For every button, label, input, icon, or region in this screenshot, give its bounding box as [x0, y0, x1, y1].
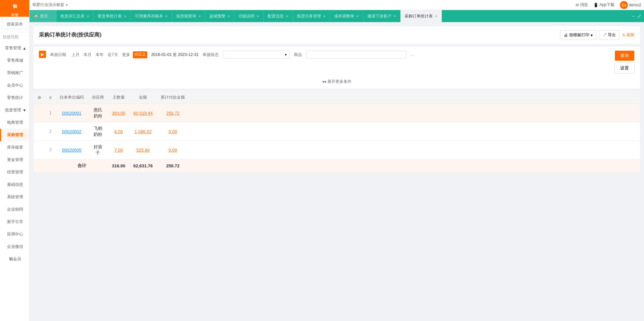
more-filter-icon[interactable]: ... — [411, 52, 414, 57]
row1-unit-code[interactable]: 00020001 — [56, 104, 88, 122]
tab-bar: 🏠 首页 收发存汇总表 ✕ 要货单统计表 ✕ 可用量库存账本 ✕ 保质期查询 ✕… — [30, 10, 644, 22]
column-settings-icon[interactable]: ⚙ — [38, 95, 41, 100]
tab-available-stock-close[interactable]: ✕ — [165, 14, 168, 18]
tab-expiry-query-close[interactable]: ✕ — [198, 14, 201, 18]
tab-config-info[interactable]: 配置信息 ✕ — [264, 10, 293, 22]
footer-paid-amount: 259.72 — [157, 159, 189, 172]
page-header: 采购订单统计表(按供应商) 🖨 按模板打印 ▾ ↗ 导出 ↻ 刷新 — [34, 26, 640, 44]
table-header-row: ⚙ # 往来单位编码 供应商 主数量 金额 累计付款金额 — [34, 91, 640, 104]
expand-more-conditions[interactable]: ▾▾ 展开更多条件 — [322, 79, 352, 85]
shortcut-this-year[interactable]: 本年 — [94, 51, 105, 58]
tab-receive-summary[interactable]: 收发存汇总表 ✕ — [56, 10, 94, 22]
sidebar-item-marketing[interactable]: 营销推广 — [0, 67, 29, 79]
col-supplier-header: 供应商 — [88, 91, 108, 104]
account-title: 母婴行业演示账套 — [32, 2, 64, 8]
tab-order-summary[interactable]: 要货单统计表 ✕ — [94, 10, 131, 22]
message-button[interactable]: ✉ 消息 — [576, 2, 588, 8]
sidebar-item-basic-info[interactable]: 基础信息 — [0, 178, 29, 191]
sidebar-item-app-center[interactable]: 应用中心 — [0, 228, 29, 240]
filter-toggle-button[interactable]: ▶ — [39, 51, 46, 58]
tab-function-desc[interactable]: 功能说明 ✕ — [234, 10, 264, 22]
tab-expiry-query-label: 保质期查询 — [176, 13, 196, 19]
status-dropdown-arrow: ▾ — [285, 52, 287, 57]
table-row: 2 00020002 飞鹤奶粉 6.00 1,586.52 0.00 — [34, 122, 640, 141]
query-button[interactable]: 查询 — [615, 51, 634, 61]
shortcut-this-month[interactable]: 本月 — [82, 51, 93, 58]
tab-purchase-summary[interactable]: 采购订单统计表 ✕ — [400, 10, 442, 22]
row3-extra — [189, 141, 640, 159]
tab-home[interactable]: 🏠 首页 — [30, 10, 56, 22]
sidebar-item-vip[interactable]: 畅会员 — [0, 253, 29, 265]
sidebar-item-new-guide[interactable]: 新手引导 — [0, 216, 29, 228]
sidebar-item-purchase[interactable]: 采购管理 — [0, 129, 29, 141]
shortcut-more[interactable]: 更多 — [121, 51, 131, 58]
template-print-button[interactable]: 🖨 按模板打印 ▾ — [560, 30, 596, 40]
user-profile[interactable]: Ea demo2 — [620, 1, 641, 9]
tab-config-info-close[interactable]: ✕ — [286, 14, 288, 18]
tab-invite-downstream[interactable]: 邀请下游客户 ✕ — [363, 10, 400, 22]
footer-seq — [45, 159, 56, 172]
tab-order-summary-close[interactable]: ✕ — [124, 14, 126, 18]
row3-paid-amount[interactable]: 0.00 — [157, 141, 189, 159]
tab-invite-downstream-close[interactable]: ✕ — [393, 14, 396, 18]
sidebar-item-enterprise-wechat[interactable]: 企业微信 — [0, 240, 29, 253]
row2-qty[interactable]: 6.00 — [108, 122, 129, 141]
sidebar-item-app-center-label: 应用中心 — [7, 232, 23, 236]
refresh-button[interactable]: ↻ 刷新 — [622, 32, 635, 38]
shortcut-last-month[interactable]: 上月 — [70, 51, 81, 58]
tab-overstock-alert-close[interactable]: ✕ — [227, 14, 230, 18]
row3-qty[interactable]: 7.00 — [108, 141, 129, 159]
sidebar-item-system[interactable]: 系统管理 — [0, 191, 29, 203]
tab-minimize-button[interactable]: − — [632, 13, 635, 19]
sidebar-item-retail-stats[interactable]: 零售统计 — [0, 92, 29, 104]
export-button[interactable]: ↗ 导出 — [599, 30, 620, 40]
tab-overstock-alert[interactable]: 超储预警 ✕ — [205, 10, 234, 22]
tab-cost-adjust-close[interactable]: ✕ — [356, 14, 359, 18]
tab-receive-summary-label: 收发存汇总表 — [60, 13, 85, 19]
sidebar-item-retail[interactable]: 零售管理 ▲ — [0, 42, 29, 54]
row3-amount[interactable]: 525.80 — [129, 141, 157, 159]
tab-cost-adjust[interactable]: 成本调整单 ✕ — [330, 10, 363, 22]
tab-purchase-summary-close[interactable]: ✕ — [435, 14, 437, 18]
search-menu-button[interactable]: 搜索菜单 — [2, 19, 27, 29]
topbar: 母婴行业演示账套 ▾ ✉ 消息 📱 App下载 Ea demo2 — [30, 0, 644, 10]
tab-available-stock[interactable]: 可用量库存账本 ✕ — [131, 10, 172, 22]
goods-filter-input[interactable] — [306, 51, 407, 59]
tab-picking-task[interactable]: 拣货任务管理 ✕ — [293, 10, 330, 22]
sidebar-item-inventory[interactable]: 库存核算 — [0, 141, 29, 154]
tab-home-label: 首页 — [40, 13, 48, 19]
sidebar-item-wholesale[interactable]: 批发管理 ▼ — [0, 104, 29, 116]
tab-picking-task-close[interactable]: ✕ — [323, 14, 326, 18]
sidebar-item-enterprise[interactable]: 企业协同 — [0, 203, 29, 216]
row1-amount[interactable]: 60,519.44 — [129, 104, 157, 122]
app-download-button[interactable]: 📱 App下载 — [593, 2, 614, 8]
tab-receive-summary-close[interactable]: ✕ — [87, 14, 89, 18]
filter-row-1: 单据日期 上月 本月 本年 近7天 更多 自定义 2016-01-01 至 — [50, 51, 610, 59]
custom-date-badge[interactable]: 自定义 — [133, 51, 147, 58]
date-filter-label: 单据日期 — [50, 52, 66, 58]
sidebar-item-member[interactable]: 会员中心 — [0, 79, 29, 92]
data-table-area: ⚙ # 往来单位编码 供应商 主数量 金额 累计付款金额 1 — [34, 91, 640, 172]
row2-amount[interactable]: 1,586.52 — [129, 122, 157, 141]
status-select[interactable]: ▾ — [223, 51, 290, 59]
sidebar-item-retail-mall[interactable]: 零售商城 — [0, 54, 29, 67]
row2-unit-code[interactable]: 00020002 — [56, 122, 88, 141]
row3-unit-code[interactable]: 00020005 — [56, 141, 88, 159]
row1-paid-amount[interactable]: 259.72 — [157, 104, 189, 122]
sidebar-item-operations[interactable]: 经营管理 — [0, 166, 29, 178]
row1-seq: 1 — [45, 104, 56, 122]
row1-qty[interactable]: 303.00 — [108, 104, 129, 122]
goods-filter-label: 商品 — [294, 52, 302, 58]
tab-expiry-query[interactable]: 保质期查询 ✕ — [172, 10, 205, 22]
sidebar-item-ecommerce[interactable]: 电商管理 — [0, 116, 29, 129]
filter-settings-button[interactable]: 设置 — [614, 63, 635, 73]
shortcut-7-days[interactable]: 近7天 — [106, 51, 119, 58]
row2-paid-amount[interactable]: 0.00 — [157, 122, 189, 141]
sidebar-item-finance[interactable]: 资金管理 — [0, 154, 29, 166]
tab-function-desc-close[interactable]: ✕ — [257, 14, 259, 18]
account-dropdown-arrow[interactable]: ▾ — [66, 3, 68, 7]
sidebar-search-area[interactable]: 搜索菜单 — [0, 17, 29, 32]
col-settings-header[interactable]: ⚙ — [34, 91, 45, 104]
col-seq-header: # — [45, 91, 56, 104]
tab-maximize-button[interactable]: ⤢ — [637, 13, 641, 19]
